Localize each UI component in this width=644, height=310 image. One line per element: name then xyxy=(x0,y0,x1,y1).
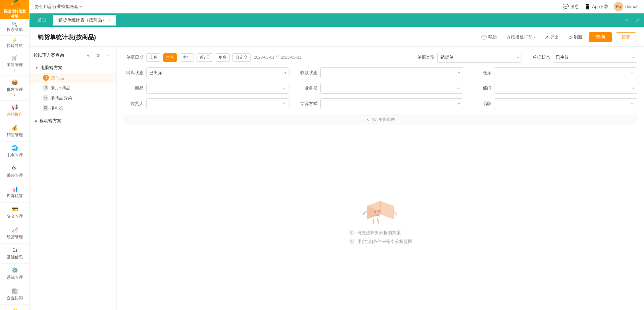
tree-item-by-product[interactable]: 按 按商品 xyxy=(30,73,116,83)
bill-type-select[interactable]: 销货单 ▾ xyxy=(437,52,522,63)
out-status-dropdown-icon: ▾ xyxy=(284,71,286,75)
svg-line-10 xyxy=(394,211,396,215)
tab-close-icon[interactable]: × xyxy=(108,18,110,22)
page-title: 销货单统计表(按商品) xyxy=(38,33,479,41)
filter-field-receipt-status: 收款状态 ▾ xyxy=(298,67,464,78)
enterprise-icon: 🏢 xyxy=(11,288,18,294)
tab-report[interactable]: 销货单统计表（按商品） × xyxy=(53,15,116,25)
tab-maximize-button[interactable]: ⤢ xyxy=(633,16,641,24)
empty-tips: 1 请先选择要分析的方案 2 用[过滤]条件来缩小分析范围 xyxy=(348,230,412,245)
tab-home[interactable]: 首页 xyxy=(32,15,52,25)
receipt-status-label: 收款状态 xyxy=(298,70,318,76)
receiver-input[interactable]: ··· xyxy=(146,98,289,109)
department-label: 部门 xyxy=(471,85,491,91)
sidebar-search[interactable]: 🔍 搜索菜单 xyxy=(0,19,29,36)
receiver-label: 收货人 xyxy=(123,101,144,107)
bill-status-select[interactable]: 已生效 ▾ xyxy=(553,52,637,63)
main-content: 办公用品行业模拟账套 ▾ 💬 消息 📱 App下载 Ea demo2 首页 xyxy=(30,0,644,310)
date-btn-last-month[interactable]: 上月 xyxy=(146,53,160,62)
settlement-dropdown-icon: ▾ xyxy=(458,102,460,106)
export-button[interactable]: ↗ 导出 xyxy=(542,33,561,42)
collapse-panel-button[interactable]: « xyxy=(104,51,112,59)
empty-tip-2: 2 用[过滤]条件来缩小分析范围 xyxy=(348,239,412,245)
app-subtitle: 标版 xyxy=(11,14,18,19)
tree-item-icon-3: 司 xyxy=(43,105,48,111)
date-btn-7days[interactable]: 近7天 xyxy=(197,53,213,62)
receipt-status-select[interactable]: ▾ xyxy=(320,67,464,78)
filter-field-brand: 品牌 ··· xyxy=(471,98,637,109)
tree-item-icon-1: 月 xyxy=(43,85,48,91)
tab-close-all-button[interactable]: × xyxy=(623,16,631,24)
add-scheme-button[interactable]: + xyxy=(84,51,92,59)
product-input[interactable]: ··· xyxy=(146,83,289,94)
out-status-label: 出库状态 xyxy=(123,70,144,76)
help-button[interactable]: ? 帮助 xyxy=(479,33,499,42)
content-panels: 按以下方案查询 + ⚙ « ▼ 电脑端方案 按 按商品 xyxy=(30,47,644,310)
date-btn-this-month[interactable]: 本月 xyxy=(163,53,177,62)
tree-group-pc[interactable]: ▼ 电脑端方案 xyxy=(30,63,116,73)
user-avatar-button[interactable]: Ea demo2 xyxy=(614,2,639,11)
tree-group-mobile[interactable]: ▶ 移动端方案 xyxy=(30,116,116,126)
out-status-value: 已出库 xyxy=(149,70,284,76)
collapse-filter-button[interactable]: ∧ 收起更多条件 xyxy=(123,114,637,125)
tree-item-by-driver[interactable]: 司 按司机 xyxy=(30,103,116,113)
app-logo[interactable]: 🍊 畅捷信好生意 标版 xyxy=(0,0,30,19)
bill-type-value: 销货单 xyxy=(440,54,517,60)
sidebar-item-finance[interactable]: 💳 资金管理 xyxy=(0,203,29,223)
tree-item-by-category[interactable]: 分 按商品分类 xyxy=(30,93,116,103)
filter-field-date: 单据日期 上月 本月 本年 近7天 更多 自定义 xyxy=(123,53,407,62)
bill-type-dropdown-icon: ▾ xyxy=(517,55,519,60)
svg-line-7 xyxy=(373,219,374,224)
system-icon: ⚙️ xyxy=(11,267,18,273)
department-dropdown-icon: ▾ xyxy=(632,86,634,91)
sidebar-item-basic[interactable]: 🗂 基础信息 xyxy=(0,244,29,264)
settlement-select[interactable]: ▾ xyxy=(320,98,464,109)
brand-input[interactable]: ··· xyxy=(494,98,637,109)
refresh-button[interactable]: ↺ 刷新 xyxy=(566,33,585,42)
template-print-dropdown-icon[interactable]: ▾ xyxy=(533,35,535,40)
message-button[interactable]: 💬 消息 xyxy=(562,4,579,10)
topbar-right: 💬 消息 📱 App下载 Ea demo2 xyxy=(562,2,639,11)
query-button[interactable]: 查询 xyxy=(589,32,612,42)
right-panel: 单据日期 上月 本月 本年 近7天 更多 自定义 xyxy=(117,47,644,310)
product-label: 商品 xyxy=(123,85,144,91)
sidebar-quick-nav[interactable]: ⚡ 快捷导航 xyxy=(0,36,29,51)
filter-field-warehouse: 仓库 ··· xyxy=(471,67,637,78)
tree-item-by-month-product[interactable]: 月 按月+商品 xyxy=(30,83,116,93)
salesperson-input[interactable]: ··· xyxy=(320,83,464,94)
sidebar-item-purchase[interactable]: 🛍 采购管理 xyxy=(0,162,29,182)
sidebar-item-system[interactable]: ⚙️ 系统管理 xyxy=(0,264,29,284)
date-btn-more[interactable]: 更多 xyxy=(216,53,230,62)
bill-status-value: 已生效 xyxy=(556,54,632,60)
refresh-icon: ↺ xyxy=(568,35,572,40)
date-btn-this-year[interactable]: 本年 xyxy=(180,53,194,62)
filter-field-salesperson: 业务员 ··· xyxy=(298,83,464,94)
sidebar-item-operations[interactable]: 📈 经营管理 xyxy=(0,223,29,244)
svg-line-9 xyxy=(363,211,367,214)
sidebar-item-enterprise[interactable]: 🏢 企业协同 xyxy=(0,284,29,305)
filter-form: 单据日期 上月 本月 本年 近7天 更多 自定义 xyxy=(117,47,644,125)
date-btn-custom[interactable]: 自定义 xyxy=(232,53,251,62)
svg-point-6 xyxy=(378,210,380,212)
template-print-button[interactable]: 🖨 按模板打印 ▾ xyxy=(503,33,538,42)
sidebar-item-guide[interactable]: 🌟 新手引导 xyxy=(0,305,29,310)
app-download-button[interactable]: 📱 App下载 xyxy=(584,4,608,10)
settings-scheme-button[interactable]: ⚙ xyxy=(94,51,102,59)
department-select[interactable]: ▾ xyxy=(494,83,637,94)
out-status-select[interactable]: 已出库 ▾ xyxy=(146,67,289,78)
export-icon: ↗ xyxy=(545,35,549,40)
print-icon: 🖨 xyxy=(506,35,511,40)
sidebar-item-marketing[interactable]: 📢 营销推广 xyxy=(0,101,29,121)
settings-button[interactable]: 设置 xyxy=(616,32,636,42)
tree-item-active-icon: 按 xyxy=(43,75,49,81)
empty-state: 1 请先选择要分析的方案 2 用[过滤]条件来缩小分析范围 xyxy=(117,125,644,310)
sidebar-item-retail[interactable]: 🛒 零售管理 ▼ xyxy=(0,51,29,76)
bill-status-dropdown-icon: ▾ xyxy=(632,55,634,60)
sidebar-item-sales[interactable]: 💰 销售管理 xyxy=(0,121,29,142)
sidebar-item-wholesale[interactable]: 📦 批发管理 ▲ xyxy=(0,76,29,101)
sidebar-item-ecommerce[interactable]: 🌐 电商管理 xyxy=(0,142,29,162)
message-icon: 💬 xyxy=(562,4,569,10)
warehouse-input[interactable]: ··· xyxy=(494,67,637,78)
sidebar-item-inventory[interactable]: 📊 库存核算 xyxy=(0,182,29,203)
filter-row-3: 商品 ··· 业务员 ··· xyxy=(123,83,637,94)
